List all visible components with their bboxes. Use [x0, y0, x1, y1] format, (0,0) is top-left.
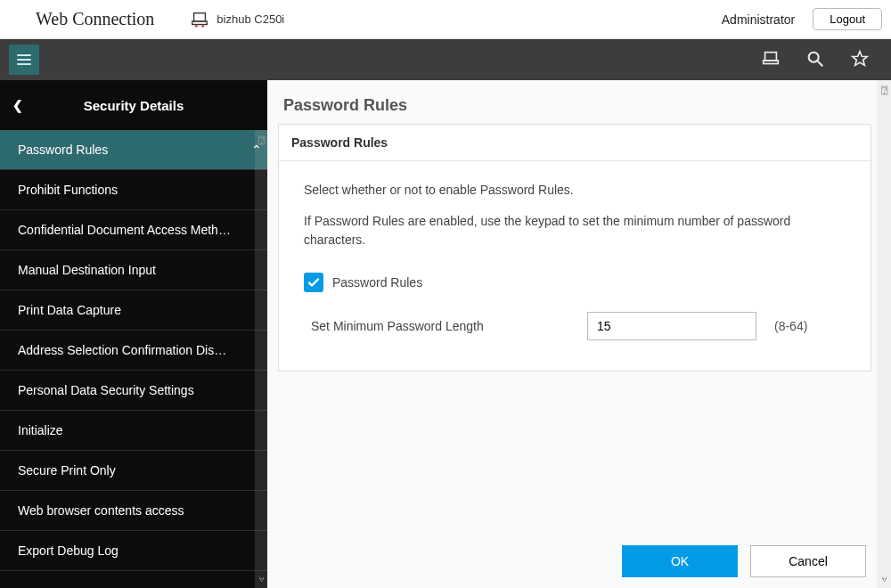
sidebar-item[interactable]: Confidential Document Access Meth…	[0, 210, 267, 250]
svg-rect-5	[764, 60, 779, 63]
settings-card: Password Rules Select whether or not to …	[278, 124, 871, 372]
search-icon[interactable]	[805, 49, 825, 71]
back-icon[interactable]: ❮	[12, 98, 23, 112]
description-1: Select whether or not to enable Password…	[304, 181, 846, 200]
hamburger-icon	[15, 51, 33, 69]
user-role-label: Administrator	[722, 12, 795, 27]
sidebar-item[interactable]: Initialize	[0, 411, 267, 451]
cancel-button[interactable]: Cancel	[750, 545, 866, 577]
checkbox-label: Password Rules	[332, 275, 422, 290]
star-icon[interactable]	[850, 49, 870, 71]
check-icon	[307, 275, 321, 290]
device-status-icon[interactable]	[761, 49, 781, 71]
top-header: Web Connection bizhub C250i Administrato…	[0, 0, 891, 39]
sidebar-item[interactable]: Secure Print Only	[0, 451, 267, 491]
sidebar-item[interactable]: Password Rules⌃	[0, 130, 267, 170]
svg-point-2	[195, 24, 198, 27]
page-title: Password Rules	[267, 80, 891, 124]
sidebar-item[interactable]: Print Data Capture	[0, 290, 267, 331]
sidebar-item[interactable]: Address Selection Confirmation Dis…	[0, 331, 267, 371]
svg-rect-0	[194, 12, 206, 20]
scroll-up-icon[interactable]: ⍰	[881, 80, 887, 100]
brand-title: Web Connection	[36, 9, 154, 29]
sidebar-scrollbar[interactable]: ⍰ ⍱	[255, 130, 267, 588]
device-name: bizhub C250i	[217, 12, 284, 26]
sidebar-header: ❮ Security Details	[0, 80, 267, 130]
sidebar-title: Security Details	[12, 98, 255, 113]
min-length-input[interactable]	[587, 312, 756, 340]
svg-marker-8	[853, 51, 868, 65]
svg-point-3	[202, 24, 205, 27]
sidebar: ❮ Security Details Password Rules⌃Prohib…	[0, 80, 267, 588]
sidebar-item[interactable]: Manual Destination Input	[0, 250, 267, 290]
description-2: If Password Rules are enabled, use the k…	[304, 212, 846, 249]
main-panel: ⍰ ⍱ Password Rules Password Rules Select…	[267, 80, 891, 588]
password-rules-checkbox[interactable]	[304, 273, 323, 292]
range-hint: (8-64)	[774, 319, 807, 333]
scroll-down-icon[interactable]: ⍱	[258, 568, 265, 588]
svg-rect-4	[765, 52, 777, 60]
sidebar-list: Password Rules⌃Prohibit FunctionsConfide…	[0, 130, 267, 588]
svg-line-7	[818, 61, 823, 66]
sidebar-item[interactable]: Web browser contents access	[0, 491, 267, 531]
card-header: Password Rules	[279, 125, 871, 161]
scroll-down-icon[interactable]: ⍱	[881, 568, 887, 588]
svg-rect-1	[192, 20, 208, 24]
menu-button[interactable]	[9, 45, 39, 75]
min-length-label: Set Minimum Password Length	[311, 319, 587, 333]
sidebar-item[interactable]: Personal Data Security Settings	[0, 371, 267, 411]
scroll-up-icon[interactable]: ⍰	[258, 130, 265, 150]
ok-button[interactable]: OK	[622, 545, 738, 577]
logout-button[interactable]: Logout	[813, 8, 882, 30]
main-scrollbar[interactable]: ⍰ ⍱	[877, 80, 891, 588]
sidebar-item[interactable]: Prohibit Functions	[0, 170, 267, 210]
svg-point-6	[809, 52, 819, 61]
toolbar	[0, 39, 891, 80]
printer-icon	[190, 10, 209, 29]
sidebar-item[interactable]: Export Debug Log	[0, 531, 267, 571]
footer-buttons: OK Cancel	[622, 545, 866, 577]
